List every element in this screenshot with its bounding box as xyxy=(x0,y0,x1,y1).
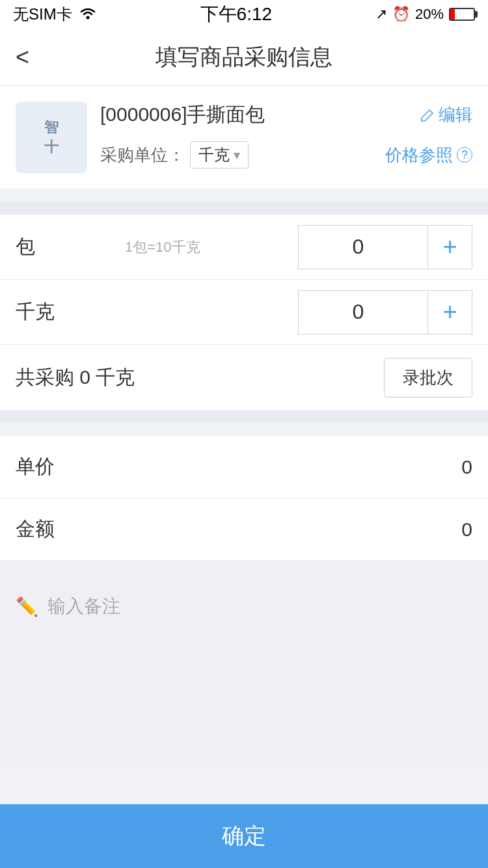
unit-value: 千克 xyxy=(198,144,230,165)
unit-price-row: 单价 0 xyxy=(0,436,488,498)
nav-bar: < 填写商品采购信息 xyxy=(0,29,488,86)
status-time: 下午6:12 xyxy=(200,2,273,27)
kg-label: 千克 xyxy=(16,299,120,325)
price-ref-button[interactable]: 价格参照 ? xyxy=(385,144,472,167)
dropdown-arrow-icon: ▾ xyxy=(234,147,240,163)
confirm-button[interactable]: 确定 xyxy=(222,821,266,851)
confirm-bar: 确定 xyxy=(0,804,488,868)
bag-quantity-input[interactable] xyxy=(298,225,428,269)
status-bar: 无SIM卡 下午6:12 ↗ ⏰ 20% xyxy=(0,0,488,29)
amount-row: 金额 0 xyxy=(0,498,488,561)
remark-section[interactable]: ✏️ 输入备注 xyxy=(0,574,488,639)
price-section: 单价 0 金额 0 xyxy=(0,436,488,561)
divider-2 xyxy=(0,410,488,423)
product-logo: 智 十 xyxy=(16,102,87,173)
edit-button[interactable]: 编辑 xyxy=(420,103,472,126)
bag-label: 包 xyxy=(16,234,120,260)
kg-plus-button[interactable]: + xyxy=(428,290,472,334)
bottom-filler xyxy=(0,639,488,769)
battery-percent: 20% xyxy=(415,6,444,23)
input-row-bag: 包 1包=10千克 + xyxy=(0,215,488,280)
summary-text: 共采购 0 千克 xyxy=(16,364,135,391)
alarm-icon: ⏰ xyxy=(392,6,410,23)
kg-quantity-input[interactable] xyxy=(298,290,428,334)
status-right: ↗ ⏰ 20% xyxy=(375,6,475,23)
amount-value: 0 xyxy=(461,519,472,541)
svg-point-0 xyxy=(86,16,89,20)
kg-input-wrap: + xyxy=(298,290,472,334)
unit-price-value: 0 xyxy=(461,456,472,478)
location-icon: ↗ xyxy=(375,6,387,23)
status-left: 无SIM卡 xyxy=(13,4,97,25)
input-row-kg: 千克 + xyxy=(0,280,488,345)
unit-row: 采购单位： 千克 ▾ 价格参照 ? xyxy=(100,141,472,169)
summary-row: 共采购 0 千克 录批次 xyxy=(0,345,488,410)
input-section: 包 1包=10千克 + 千克 + xyxy=(0,215,488,345)
bag-plus-button[interactable]: + xyxy=(428,225,472,269)
unit-select[interactable]: 千克 ▾ xyxy=(190,141,249,169)
batch-button[interactable]: 录批次 xyxy=(384,358,472,398)
battery-icon xyxy=(449,8,475,21)
wifi-icon xyxy=(79,5,97,23)
unit-price-label: 单价 xyxy=(16,454,55,480)
remark-placeholder: 输入备注 xyxy=(47,594,120,619)
back-button[interactable]: < xyxy=(16,44,29,71)
page-title: 填写商品采购信息 xyxy=(156,42,332,72)
amount-label: 金额 xyxy=(16,516,55,543)
product-section: 智 十 [0000006]手撕面包 编辑 采购单位： 千克 ▾ xyxy=(0,86,488,189)
unit-label: 采购单位： xyxy=(100,144,185,167)
product-logo-subtext: 十 xyxy=(44,137,59,157)
product-info: [0000006]手撕面包 编辑 采购单位： 千克 ▾ 价格 xyxy=(100,102,472,169)
product-name-row: [0000006]手撕面包 编辑 xyxy=(100,102,472,128)
price-ref-help-icon: ? xyxy=(457,147,472,163)
pencil-icon: ✏️ xyxy=(16,596,38,617)
bag-input-wrap: + xyxy=(298,225,472,269)
carrier-text: 无SIM卡 xyxy=(13,4,72,25)
product-logo-text: 智 xyxy=(44,118,59,137)
confirm-btn-text: 确定 xyxy=(222,823,266,848)
product-name: [0000006]手撕面包 xyxy=(100,102,265,128)
divider-1 xyxy=(0,202,488,215)
bag-sublabel: 1包=10千克 xyxy=(125,237,200,257)
